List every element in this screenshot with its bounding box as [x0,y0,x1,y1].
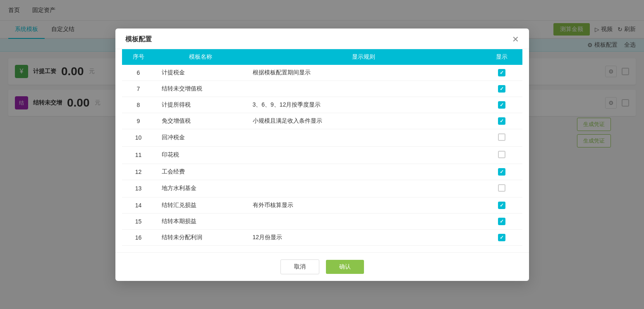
row-template-name: 结转本期损益 [155,213,246,229]
config-table: 序号 模板名称 显示规则 显示 6计提税金根据模板配置期间显示7结转未交增值税8… [122,49,522,246]
row-display-cell [481,197,522,213]
row-display-rule [246,81,481,97]
row-template-name: 结转汇兑损益 [155,197,246,213]
row-display-cell [481,65,522,81]
row-display-rule [246,164,481,180]
row-display-cell [481,97,522,113]
row-display-rule [246,129,481,146]
row-display-cell [481,146,522,164]
row-index: 15 [122,213,155,229]
row-checkbox[interactable] [498,133,505,141]
template-config-modal: 模板配置 ✕ 序号 模板名称 显示规则 显示 6 [115,29,529,281]
row-display-cell [481,180,522,197]
row-template-name: 工会经费 [155,164,246,180]
row-checkbox[interactable] [498,69,505,76]
table-row: 11印花税 [122,146,522,164]
row-template-name: 计提税金 [155,65,246,81]
table-row: 14结转汇兑损益有外币核算显示 [122,197,522,213]
row-display-cell [481,213,522,229]
col-header-name: 模板名称 [155,49,246,65]
table-header: 序号 模板名称 显示规则 显示 [122,49,522,65]
row-template-name: 印花税 [155,146,246,164]
row-display-rule [246,213,481,229]
row-display-cell [481,164,522,180]
row-display-cell [481,81,522,97]
row-index: 16 [122,229,155,245]
table-row: 7结转未交增值税 [122,81,522,97]
table-row: 8计提所得税3、6、9、12月按季度显示 [122,97,522,113]
row-display-rule: 根据模板配置期间显示 [246,65,481,81]
row-checkbox[interactable] [498,234,505,241]
row-checkbox[interactable] [498,101,505,109]
table-row: 16结转未分配利润12月份显示 [122,229,522,245]
modal-overlay: 模板配置 ✕ 序号 模板名称 显示规则 显示 6 [0,0,644,309]
row-checkbox[interactable] [498,151,505,158]
row-display-rule: 12月份显示 [246,229,481,245]
row-index: 13 [122,180,155,197]
row-display-rule [246,180,481,197]
row-index: 8 [122,97,155,113]
row-index: 11 [122,146,155,164]
table-body: 6计提税金根据模板配置期间显示7结转未交增值税8计提所得税3、6、9、12月按季… [122,65,522,246]
modal-body: 序号 模板名称 显示规则 显示 6计提税金根据模板配置期间显示7结转未交增值税8… [115,49,529,252]
row-template-name: 计提所得税 [155,97,246,113]
confirm-button[interactable]: 确认 [326,260,364,274]
row-template-name: 回冲税金 [155,129,246,146]
row-display-rule: 有外币核算显示 [246,197,481,213]
table-row: 15结转本期损益 [122,213,522,229]
row-display-cell [481,229,522,245]
col-header-rule: 显示规则 [246,49,481,65]
row-display-cell [481,129,522,146]
row-checkbox[interactable] [498,117,505,125]
row-template-name: 结转未分配利润 [155,229,246,245]
row-template-name: 地方水利基金 [155,180,246,197]
table-row: 12工会经费 [122,164,522,180]
cancel-button[interactable]: 取消 [280,259,319,274]
row-index: 12 [122,164,155,180]
table-row: 9免交增值税小规模且满足收入条件显示 [122,113,522,129]
table-container: 序号 模板名称 显示规则 显示 6计提税金根据模板配置期间显示7结转未交增值税8… [122,49,522,246]
modal-footer: 取消 确认 [115,252,529,281]
row-display-rule [246,146,481,164]
col-header-display: 显示 [481,49,522,65]
row-checkbox[interactable] [498,184,505,192]
row-index: 7 [122,81,155,97]
table-row: 13地方水利基金 [122,180,522,197]
row-checkbox[interactable] [498,202,505,209]
row-index: 10 [122,129,155,146]
modal-header: 模板配置 ✕ [115,29,529,49]
table-row: 6计提税金根据模板配置期间显示 [122,65,522,81]
row-template-name: 免交增值税 [155,113,246,129]
row-checkbox[interactable] [498,218,505,225]
table-row: 10回冲税金 [122,129,522,146]
modal-close-button[interactable]: ✕ [512,35,519,43]
row-checkbox[interactable] [498,168,505,176]
row-checkbox[interactable] [498,85,505,93]
row-index: 9 [122,113,155,129]
col-header-index: 序号 [122,49,155,65]
row-display-rule: 3、6、9、12月按季度显示 [246,97,481,113]
row-index: 6 [122,65,155,81]
modal-title: 模板配置 [125,35,152,44]
row-template-name: 结转未交增值税 [155,81,246,97]
row-display-cell [481,113,522,129]
row-index: 14 [122,197,155,213]
row-display-rule: 小规模且满足收入条件显示 [246,113,481,129]
